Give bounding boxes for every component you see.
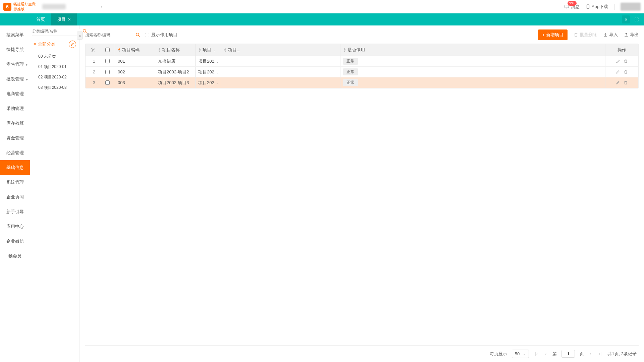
table-row[interactable]: 3003项目2002-项目3项目202...正常 [86,77,638,88]
cell-extra-1: 项目202... [196,77,221,88]
category-item-1[interactable]: 01 项目2020-01 [37,62,77,72]
sidebar-item-4[interactable]: 电商管理 [0,86,30,101]
page-input[interactable] [561,350,575,358]
edit-icon[interactable] [616,70,620,74]
sidebar-item-10[interactable]: 系统管理 [0,175,30,190]
column-ops: 操作 [605,44,638,56]
tabstrip-close-button[interactable]: ✕ [622,15,630,23]
select-all-checkbox[interactable] [105,48,110,52]
delete-icon[interactable] [624,80,628,85]
column-code[interactable]: ▲▼ 项目编码 [115,44,155,56]
page-next-button[interactable]: › [589,351,593,356]
collapse-panel-button[interactable]: « [77,32,83,40]
cell-extra-2 [221,67,340,77]
column-extra-2[interactable]: ▲▼ 项目... [221,44,340,56]
table-row[interactable]: 1001东楼街店项目202...正常 [86,56,638,67]
page-suffix: 页 [580,351,584,357]
cell-extra-2 [221,77,340,88]
svg-point-7 [92,49,94,51]
sidebar-item-6[interactable]: 库存核算 [0,116,30,131]
logo-icon: 6 [3,3,11,11]
column-name[interactable]: ▲▼ 项目名称 [155,44,196,56]
search-input[interactable] [85,33,136,37]
category-item-3[interactable]: 03 项目2020-03 [37,82,77,93]
sidebar-item-2[interactable]: 零售管理▸ [0,57,30,72]
category-all[interactable]: 全部分类 [38,41,67,47]
table-row[interactable]: 2002项目2002-项目2项目202...正常 [86,67,638,77]
pager-summary: 共1页, 3条记录 [607,351,637,357]
column-checkbox-all[interactable] [100,44,115,56]
app-download-button[interactable]: App下载 [586,4,608,10]
page-last-button[interactable]: ›| [598,351,603,356]
cell-code: 003 [115,77,155,88]
org-name-blurred [42,4,66,9]
category-item-2[interactable]: 02 项目2020-02 [37,72,77,82]
show-disabled-checkbox[interactable]: 显示停用项目 [145,32,177,38]
search-icon[interactable] [136,33,140,37]
brand-logo: 6 畅捷通好生意 标准版 [3,1,36,12]
user-avatar[interactable] [621,3,641,11]
search-box [85,32,139,38]
category-search-input[interactable] [32,29,83,34]
search-icon[interactable] [83,29,87,34]
column-status[interactable]: ▲▼ 是否停用 [340,44,605,56]
sidebar-item-11[interactable]: 企业协同 [0,190,30,204]
sidebar-item-8[interactable]: 经营管理 [0,145,30,160]
row-checkbox[interactable] [105,70,110,74]
sidebar-item-5[interactable]: 采购管理 [0,101,30,116]
sidebar-item-14[interactable]: 企业微信 [0,234,30,249]
edit-icon[interactable] [616,59,620,63]
delete-icon[interactable] [624,70,628,74]
sidebar-item-9[interactable]: 基础信息 [0,160,30,175]
per-page-value: 50 [515,351,520,356]
org-selector[interactable]: ▾ [42,4,103,9]
brand-main: 畅捷通好生意 [13,2,36,6]
delete-icon[interactable] [624,59,628,63]
sidebar-item-13[interactable]: 应用中心 [0,219,30,234]
new-project-button[interactable]: + 新增项目 [538,29,568,40]
export-label: 导出 [630,32,639,38]
tab-project[interactable]: 项目 ✕ [51,13,77,25]
cell-status: 正常 [340,56,605,66]
column-status-label: 是否停用 [347,47,365,53]
sidebar: 搜索菜单快捷导航零售管理▸批发管理▸电商管理采购管理库存核算资金管理经营管理基础… [0,25,30,362]
messages-button[interactable]: 消息 99+ [564,4,580,10]
column-extra-1-label: 项目... [203,47,215,53]
svg-line-4 [86,32,87,33]
sidebar-item-15[interactable]: 畅会员 [0,249,30,263]
export-button[interactable]: 导出 [624,32,639,38]
status-badge: 正常 [343,58,358,65]
page-prev-button[interactable]: ‹ [544,351,548,356]
page-prefix: 第 [552,351,557,357]
column-extra-1[interactable]: ▲▼ 项目... [196,44,221,56]
show-disabled-input[interactable] [145,33,149,37]
per-page-select[interactable]: 50 ⌄ [512,350,529,358]
page-first-button[interactable]: |‹ [534,351,539,356]
import-icon [603,33,608,37]
import-button[interactable]: 导入 [603,32,618,38]
fullscreen-icon[interactable] [633,15,641,23]
sidebar-item-1[interactable]: 快捷导航 [0,42,30,57]
status-badge: 正常 [343,79,358,86]
sidebar-item-7[interactable]: 资金管理 [0,131,30,145]
row-checkbox[interactable] [105,59,110,63]
column-settings[interactable] [86,44,100,56]
sidebar-item-12[interactable]: 新手引导 [0,204,30,219]
row-index: 1 [86,56,100,66]
row-checkbox[interactable] [105,80,110,85]
category-item-0[interactable]: 00 未分类 [37,51,77,62]
sidebar-item-3[interactable]: 批发管理▸ [0,72,30,86]
column-extra-2-label: 项目... [228,47,240,53]
edit-icon[interactable] [616,80,620,85]
tab-close-icon[interactable]: ✕ [68,17,71,22]
chevron-right-icon: ▸ [26,63,28,66]
tab-home[interactable]: 首页 [30,13,51,25]
row-checkbox-cell [100,77,115,88]
table-header: ▲▼ 项目编码 ▲▼ 项目名称 ▲▼ 项目... ▲▼ 项目... [86,44,638,56]
cell-ops [605,77,638,88]
row-index: 2 [86,67,100,77]
cell-extra-2 [221,56,340,66]
list-icon: ≡ [34,42,36,47]
sidebar-item-0[interactable]: 搜索菜单 [0,27,30,42]
edit-category-button[interactable] [69,41,76,48]
